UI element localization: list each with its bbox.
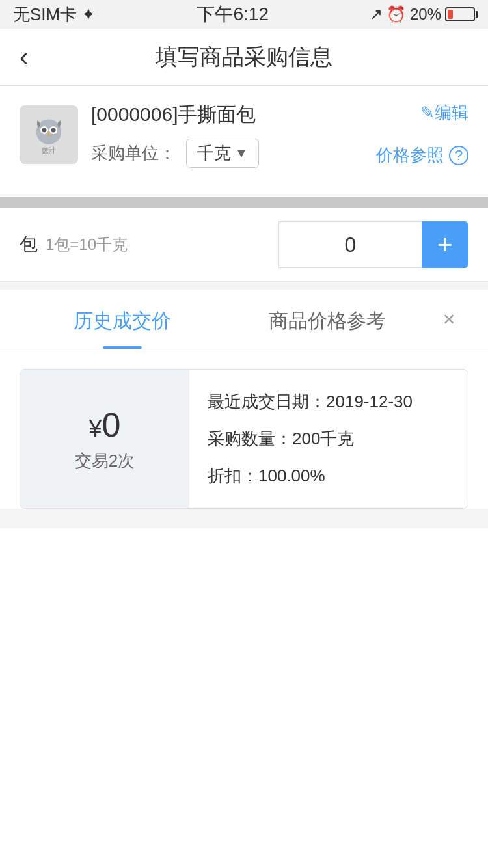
tab-product-price-ref-label: 商品价格参考 xyxy=(269,310,386,331)
carrier-text: 无SIM卡 ✦ xyxy=(13,3,96,26)
svg-point-4 xyxy=(51,128,56,133)
product-image-icon: 數計 xyxy=(26,112,72,157)
pkg-unit: 1包=10千克 xyxy=(46,234,128,255)
purchase-quantity-label: 采购数量： xyxy=(208,429,292,448)
battery-fill xyxy=(448,10,453,19)
status-bar: 无SIM卡 ✦ 下午6:12 ↗ ⏰ 20% xyxy=(0,0,488,29)
battery-percent: 20% xyxy=(410,5,441,23)
status-left: 无SIM卡 ✦ xyxy=(13,3,96,26)
back-button[interactable]: ‹ xyxy=(13,36,34,78)
product-info: [0000006]手撕面包 采购单位： 千克 ▼ xyxy=(91,102,259,168)
product-thumbnail: 數計 xyxy=(20,105,78,164)
alarm-icon: ⏰ xyxy=(386,5,406,23)
pkg-label: 包 xyxy=(20,232,38,257)
discount-row: 折扣：100.00% xyxy=(208,463,450,489)
currency-symbol: ¥ xyxy=(89,415,102,442)
location-icon: ↗ xyxy=(370,5,383,23)
quantity-plus-button[interactable]: + xyxy=(422,221,468,268)
discount-label: 折扣： xyxy=(208,466,258,485)
quantity-label: 包 1包=10千克 xyxy=(20,232,128,257)
nav-bar: ‹ 填写商品采购信息 xyxy=(0,29,488,86)
price-ref-button[interactable]: 价格参照 ? xyxy=(376,144,468,167)
product-header: 數計 [0000006]手撕面包 采购单位： 千克 ▼ ✎编辑 价格参照 ? xyxy=(20,102,468,168)
svg-point-3 xyxy=(42,128,47,133)
history-price-panel: ¥0 交易2次 xyxy=(20,370,189,508)
page-title: 填写商品采购信息 xyxy=(156,42,332,72)
unit-value: 千克 xyxy=(197,142,231,165)
recent-date-value: 2019-12-30 xyxy=(326,392,413,411)
history-details-panel: 最近成交日期：2019-12-30 采购数量：200千克 折扣：100.00% xyxy=(189,370,468,508)
quantity-control: + xyxy=(278,221,468,268)
unit-select[interactable]: 千克 ▼ xyxy=(186,139,259,168)
status-time: 下午6:12 xyxy=(197,2,269,27)
tabs-header: 历史成交价 商品价格参考 × xyxy=(0,290,488,349)
status-right: ↗ ⏰ 20% xyxy=(370,5,475,23)
battery-icon xyxy=(445,7,475,21)
history-price-display: ¥0 xyxy=(89,405,121,444)
edit-button[interactable]: ✎编辑 xyxy=(420,102,468,124)
svg-text:數計: 數計 xyxy=(42,146,56,154)
purchase-unit-row: 采购单位： 千克 ▼ xyxy=(91,139,259,168)
product-actions: ✎编辑 价格参照 ? xyxy=(376,102,468,167)
section-divider xyxy=(0,197,488,208)
history-trades-count: 交易2次 xyxy=(75,450,135,472)
tabs-close-button[interactable]: × xyxy=(429,300,468,339)
recent-date-row: 最近成交日期：2019-12-30 xyxy=(208,389,450,414)
tab-product-price-ref[interactable]: 商品价格参考 xyxy=(224,290,429,349)
purchase-quantity-value: 200千克 xyxy=(292,429,354,448)
price-ref-help-icon[interactable]: ? xyxy=(449,146,468,165)
main-content xyxy=(0,528,488,868)
unit-label: 采购单位： xyxy=(91,142,176,165)
history-card: ¥0 交易2次 最近成交日期：2019-12-30 采购数量：200千克 折扣：… xyxy=(20,369,468,509)
tabs-section: 历史成交价 商品价格参考 × ¥0 交易2次 最近成交日期：2019-12-30… xyxy=(0,290,488,509)
discount-value: 100.00% xyxy=(258,466,325,485)
quantity-row: 包 1包=10千克 + xyxy=(0,208,488,282)
tab-history-price[interactable]: 历史成交价 xyxy=(20,290,224,349)
dropdown-arrow-icon: ▼ xyxy=(235,146,248,161)
svg-point-0 xyxy=(36,119,62,144)
product-name: [0000006]手撕面包 xyxy=(91,102,259,128)
product-left: 數計 [0000006]手撕面包 采购单位： 千克 ▼ xyxy=(20,102,259,168)
price-value: 0 xyxy=(102,406,121,444)
quantity-input[interactable] xyxy=(278,221,422,268)
purchase-quantity-row: 采购数量：200千克 xyxy=(208,426,450,452)
tab-history-price-label: 历史成交价 xyxy=(74,310,171,331)
product-card: 數計 [0000006]手撕面包 采购单位： 千克 ▼ ✎编辑 价格参照 ? xyxy=(0,86,488,197)
recent-date-label: 最近成交日期： xyxy=(208,392,326,411)
price-ref-label: 价格参照 xyxy=(376,144,444,167)
